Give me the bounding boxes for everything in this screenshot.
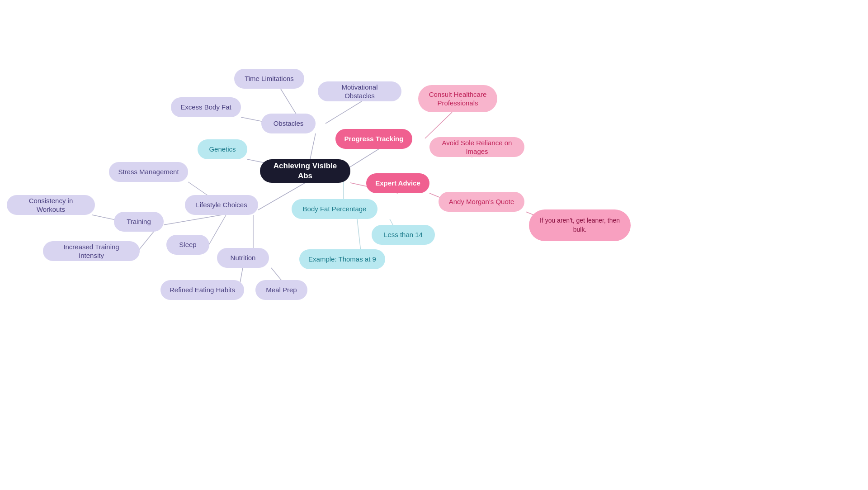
center-label: Achieving Visible Abs: [268, 161, 342, 181]
nutrition-label: Nutrition: [231, 253, 256, 262]
obstacles-node: Obstacles: [261, 114, 316, 133]
progress-tracking-node: Progress Tracking: [335, 129, 412, 149]
expert-advice-label: Expert Advice: [375, 179, 420, 188]
less-than-14-label: Less than 14: [384, 230, 423, 239]
body-fat-percentage-label: Body Fat Percentage: [303, 205, 367, 214]
svg-line-5: [425, 112, 452, 138]
genetics-label: Genetics: [209, 145, 236, 154]
meal-prep-label: Meal Prep: [266, 285, 297, 295]
svg-line-16: [164, 215, 222, 225]
center-node: Achieving Visible Abs: [260, 159, 350, 183]
motivational-obstacles-label: Motivational Obstacles: [326, 83, 393, 100]
lifestyle-choices-node: Lifestyle Choices: [185, 195, 258, 215]
expert-advice-node: Expert Advice: [366, 173, 429, 193]
refined-eating-habits-label: Refined Eating Habits: [170, 285, 235, 295]
example-thomas-label: Example: Thomas at 9: [308, 255, 376, 264]
svg-line-3: [326, 101, 362, 124]
svg-line-18: [138, 232, 154, 251]
consult-healthcare-node: Consult Healthcare Professionals: [418, 85, 497, 112]
sleep-label: Sleep: [179, 240, 196, 249]
avoid-sole-reliance-node: Avoid Sole Reliance on Images: [429, 137, 524, 157]
body-fat-percentage-node: Body Fat Percentage: [292, 199, 377, 219]
example-thomas-node: Example: Thomas at 9: [299, 249, 385, 269]
lifestyle-choices-label: Lifestyle Choices: [196, 200, 247, 209]
excess-body-fat-label: Excess Body Fat: [180, 103, 231, 112]
time-limitations-node: Time Limitations: [234, 69, 304, 89]
obstacles-label: Obstacles: [274, 119, 304, 128]
increased-training-intensity-node: Increased Training Intensity: [43, 241, 140, 261]
consistency-workouts-label: Consistency in Workouts: [15, 196, 87, 214]
svg-line-19: [209, 215, 226, 245]
training-node: Training: [114, 212, 164, 232]
excess-body-fat-node: Excess Body Fat: [171, 97, 241, 117]
nutrition-node: Nutrition: [217, 248, 269, 268]
andy-morgans-quote-node: Andy Morgan's Quote: [439, 192, 524, 212]
sleep-node: Sleep: [166, 235, 209, 255]
genetics-node: Genetics: [198, 139, 247, 159]
stress-management-node: Stress Management: [109, 162, 188, 182]
if-you-arent-label: If you aren't, get leaner, then bulk.: [537, 216, 623, 234]
if-you-arent-node: If you aren't, get leaner, then bulk.: [529, 209, 631, 241]
avoid-sole-reliance-label: Avoid Sole Reliance on Images: [438, 138, 516, 156]
progress-tracking-label: Progress Tracking: [344, 134, 404, 143]
stress-management-label: Stress Management: [118, 167, 179, 176]
consult-healthcare-label: Consult Healthcare Professionals: [426, 90, 489, 108]
refined-eating-habits-node: Refined Eating Habits: [160, 280, 244, 300]
time-limitations-label: Time Limitations: [245, 74, 294, 83]
meal-prep-node: Meal Prep: [255, 280, 307, 300]
less-than-14-node: Less than 14: [372, 225, 435, 245]
motivational-obstacles-node: Motivational Obstacles: [318, 81, 401, 101]
training-label: Training: [127, 217, 151, 226]
consistency-workouts-node: Consistency in Workouts: [7, 195, 95, 215]
andy-morgans-quote-label: Andy Morgan's Quote: [449, 197, 514, 206]
increased-training-intensity-label: Increased Training Intensity: [51, 243, 132, 260]
